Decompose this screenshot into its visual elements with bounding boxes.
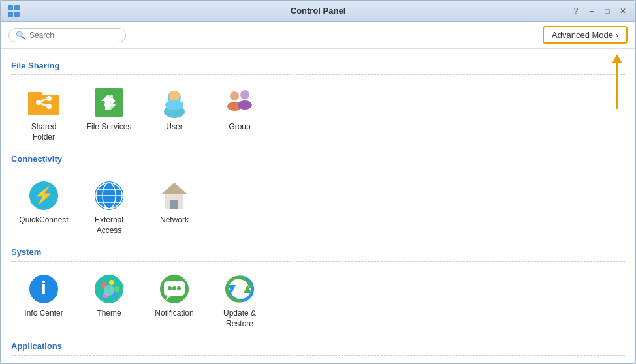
- item-update-restore-label: Update & Restore: [212, 309, 267, 329]
- item-theme[interactable]: Theme: [76, 267, 142, 335]
- item-theme-label: Theme: [97, 309, 121, 319]
- item-quickconnect-label: QuickConnect: [19, 215, 68, 226]
- info-center-icon: i: [27, 272, 61, 306]
- item-file-services-label: File Services: [87, 122, 132, 132]
- icon-grid-system: i Info Center Theme: [11, 267, 625, 335]
- item-info-center[interactable]: i Info Center: [11, 267, 76, 335]
- svg-point-20: [165, 100, 183, 110]
- update-restore-icon: [223, 272, 257, 306]
- window-title: Control Panel: [291, 6, 346, 16]
- svg-point-7: [36, 100, 41, 105]
- divider-connectivity: [11, 168, 625, 168]
- quickconnect-icon: ⚡: [27, 179, 61, 213]
- chevron-right-icon: ›: [616, 31, 618, 40]
- item-external-access[interactable]: External Access: [76, 174, 142, 242]
- section-label-file-sharing: File Sharing: [11, 61, 625, 70]
- search-icon: 🔍: [16, 31, 25, 40]
- item-notification[interactable]: Notification: [142, 267, 207, 335]
- item-info-center-label: Info Center: [24, 309, 63, 319]
- title-bar-left: [7, 5, 20, 18]
- notification-icon: [157, 272, 191, 306]
- divider-applications: [11, 355, 625, 356]
- item-shared-folder[interactable]: SharedFolder: [11, 80, 76, 149]
- svg-rect-35: [170, 200, 178, 209]
- item-shared-folder-label: SharedFolder: [31, 122, 57, 142]
- section-file-sharing: File Sharing SharedFolder: [11, 61, 625, 149]
- advanced-mode-button[interactable]: Advanced Mode ›: [543, 26, 628, 44]
- svg-rect-3: [14, 12, 20, 17]
- svg-text:⚡: ⚡: [33, 185, 55, 205]
- item-network-label: Network: [160, 215, 189, 226]
- svg-point-21: [230, 91, 239, 100]
- divider-file-sharing: [11, 74, 625, 75]
- section-label-applications: Applications: [11, 341, 625, 351]
- item-group-label: Group: [229, 122, 250, 132]
- svg-rect-2: [8, 12, 13, 17]
- icon-grid-file-sharing: SharedFolder ⇄ File Services: [11, 80, 625, 149]
- network-icon: [157, 179, 191, 213]
- svg-point-51: [177, 286, 181, 290]
- svg-point-42: [114, 286, 119, 292]
- svg-text:i: i: [41, 278, 46, 298]
- svg-rect-1: [14, 5, 20, 10]
- user-icon: [157, 85, 191, 119]
- item-notification-label: Notification: [155, 309, 193, 319]
- svg-point-24: [238, 100, 252, 110]
- section-label-connectivity: Connectivity: [11, 154, 625, 164]
- svg-point-9: [46, 104, 52, 109]
- content-area: File Sharing SharedFolder: [1, 49, 635, 363]
- window-controls: ? – □ ✕: [570, 5, 629, 17]
- item-update-restore[interactable]: Update & Restore: [207, 267, 272, 335]
- main-window: Control Panel ? – □ ✕ 🔍 Advanced Mode › …: [0, 0, 636, 364]
- help-button[interactable]: ?: [570, 5, 582, 17]
- search-box[interactable]: 🔍: [8, 28, 126, 42]
- divider-system: [11, 261, 625, 262]
- svg-point-8: [46, 96, 52, 101]
- svg-text:⇄: ⇄: [103, 95, 116, 111]
- item-group[interactable]: Group: [207, 80, 272, 149]
- item-network[interactable]: Network: [142, 174, 207, 242]
- svg-marker-36: [161, 183, 187, 194]
- item-quickconnect[interactable]: ⚡ QuickConnect: [11, 174, 76, 242]
- item-file-services[interactable]: ⇄ File Services: [76, 80, 142, 149]
- svg-point-45: [104, 285, 114, 296]
- svg-point-41: [109, 280, 114, 285]
- icon-grid-connectivity: ⚡ QuickConnect External Access: [11, 174, 625, 242]
- shared-folder-icon: [27, 85, 61, 119]
- item-user-label: User: [166, 122, 182, 132]
- svg-point-49: [168, 286, 172, 290]
- title-bar: Control Panel ? – □ ✕: [1, 1, 635, 22]
- app-icon: [7, 5, 20, 18]
- icon-grid-applications: Indexing Service: [11, 361, 625, 363]
- theme-icon: [92, 272, 126, 306]
- item-indexing-service[interactable]: Indexing Service: [11, 361, 76, 363]
- svg-point-50: [172, 286, 176, 290]
- section-system: System i Info Center: [11, 247, 625, 335]
- file-services-icon: ⇄: [92, 85, 126, 119]
- external-access-icon: [92, 179, 126, 213]
- svg-point-19: [169, 91, 180, 101]
- svg-rect-0: [8, 5, 13, 10]
- section-label-system: System: [11, 247, 625, 257]
- item-user[interactable]: User: [142, 80, 207, 149]
- group-icon: [223, 85, 257, 119]
- maximize-button[interactable]: □: [601, 5, 613, 17]
- close-button[interactable]: ✕: [617, 5, 629, 17]
- minimize-button[interactable]: –: [586, 5, 597, 17]
- section-applications: Applications Indexing Service: [11, 341, 625, 363]
- svg-point-23: [240, 90, 249, 99]
- search-input[interactable]: [29, 31, 121, 40]
- item-external-access-label: External Access: [82, 215, 136, 235]
- advanced-mode-label: Advanced Mode: [552, 30, 613, 40]
- toolbar: 🔍 Advanced Mode ›: [1, 22, 635, 49]
- section-connectivity: Connectivity ⚡ QuickConnect: [11, 154, 625, 242]
